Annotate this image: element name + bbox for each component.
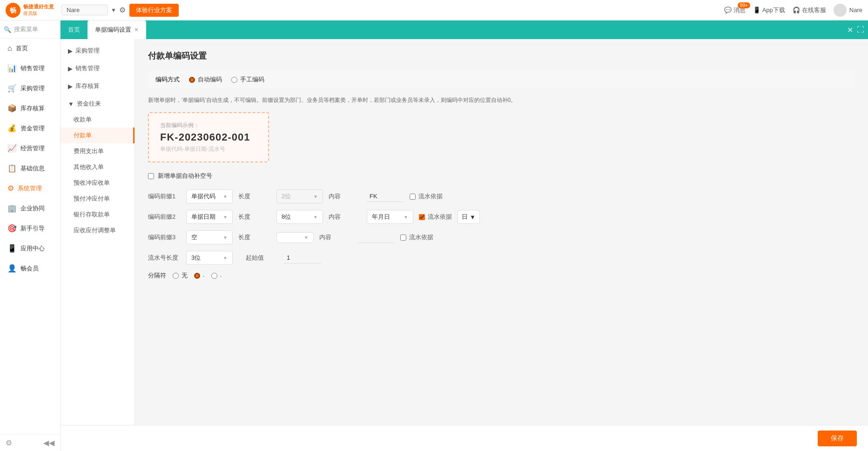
follow1-checkbox[interactable]	[410, 194, 416, 200]
serial-row: 流水号长度 3位 ▼ 起始值	[148, 251, 855, 265]
search-menu[interactable]: 🔍 搜索菜单	[0, 20, 60, 39]
sidebar-item-app[interactable]: 📱 应用中心	[0, 238, 60, 258]
preview-box: 当前编码示例： FK-20230602-001 单据代码-单据日期-流水号	[148, 112, 269, 162]
manual-encode-radio[interactable]	[231, 77, 237, 83]
follow3-checkbox[interactable]	[400, 235, 406, 241]
day-select[interactable]: 日 ▼	[458, 210, 480, 224]
app-icon: 📱	[7, 244, 17, 253]
sep-option-none[interactable]: 无	[173, 271, 188, 280]
sidebar-item-guide[interactable]: 🎯 新手引导	[0, 218, 60, 238]
serial-length-select[interactable]: 3位 ▼	[186, 251, 233, 265]
autofill-checkbox[interactable]	[148, 173, 154, 179]
sidebar-item-purchase[interactable]: 🛒 采购管理	[0, 78, 60, 98]
sidebar-item-inventory[interactable]: 📦 库存核算	[0, 98, 60, 118]
sub-nav-group-finance-title[interactable]: ▼ 资金往来	[61, 96, 135, 112]
follow1-label[interactable]: 流水依据	[410, 192, 443, 201]
page-inner: ▶ 采购管理 ▶ 销售管理 ▶ 库存核算	[61, 39, 868, 425]
dropdown-arrow-icon[interactable]: ▼	[111, 7, 116, 13]
close-tab-icon[interactable]: ✕	[134, 27, 139, 33]
follow2-label[interactable]: 流水依据	[419, 213, 452, 221]
collapse-sidebar-button[interactable]: ◀◀	[43, 438, 54, 447]
inventory-icon: 📦	[7, 104, 17, 113]
dropdown-icon: ▼	[223, 256, 228, 261]
sidebar-item-finance[interactable]: 💰 资金管理	[0, 118, 60, 138]
app-download-button[interactable]: 📱 App下载	[753, 6, 785, 14]
content2-select[interactable]: 年月日 ▼	[367, 210, 413, 224]
sub-nav-item-receipt[interactable]: 收款单	[61, 112, 135, 128]
message-icon: 💬	[724, 7, 732, 13]
content1-input[interactable]	[367, 191, 404, 202]
arrow-right-icon: ▶	[68, 47, 73, 54]
sub-nav-item-pre-receivable[interactable]: 预收冲应收单	[61, 175, 135, 191]
auto-encode-option[interactable]: 自动编码	[189, 75, 222, 84]
prefix1-select[interactable]: 单据代码 ▼	[186, 189, 233, 203]
group-label: 资金往来	[77, 100, 101, 108]
start-value-input[interactable]	[284, 252, 321, 263]
dropdown-icon: ▼	[223, 194, 228, 199]
sep-row: 分隔符 无 · ·	[148, 271, 855, 280]
sidebar-item-operation[interactable]: 📈 经营管理	[0, 138, 60, 158]
logo: 畅 畅捷通好生意 搭员版	[6, 3, 54, 18]
sub-nav-item-pre-payment[interactable]: 预付冲应付单	[61, 191, 135, 207]
prefix3-select[interactable]: 空 ▼	[186, 230, 233, 244]
follow2-checkbox[interactable]	[419, 214, 425, 220]
sidebar-item-corp[interactable]: 🏢 企业协同	[0, 198, 60, 218]
service-icon: 🎧	[793, 7, 800, 13]
save-button[interactable]: 保存	[818, 431, 857, 446]
settings-icon[interactable]: ⚙	[119, 6, 126, 14]
sub-nav-item-bank[interactable]: 银行存取款单	[61, 207, 135, 222]
follow3-label[interactable]: 流水依据	[400, 233, 433, 242]
sidebar-item-label: 系统管理	[18, 184, 42, 193]
sub-nav-item-adjust[interactable]: 应收应付调整单	[61, 222, 135, 238]
online-service-button[interactable]: 🎧 在线客服	[793, 6, 826, 14]
arrow-down-icon: ▼	[68, 101, 74, 108]
auto-encode-radio[interactable]	[189, 77, 195, 83]
config-row-3: 编码前缀3 空 ▼ 长度 ▼ 内容	[148, 230, 855, 244]
company-selector[interactable]: Nare	[61, 5, 108, 15]
tab-label: 单据编码设置	[95, 26, 131, 34]
encode-mode-label: 编码方式	[155, 75, 180, 84]
sub-nav-item-payment[interactable]: 付款单	[61, 128, 135, 143]
sub-nav-item-expense[interactable]: 费用支出单	[61, 143, 135, 159]
manual-encode-option[interactable]: 手工编码	[231, 75, 264, 84]
sep-dot-radio[interactable]	[194, 273, 200, 279]
sub-nav-group-inventory-title[interactable]: ▶ 库存核算	[61, 78, 135, 94]
sep-option-dot[interactable]: ·	[194, 272, 205, 279]
sub-nav-group-sales-title[interactable]: ▶ 销售管理	[61, 61, 135, 76]
prefix2-select[interactable]: 单据日期 ▼	[186, 210, 233, 224]
maximize-icon[interactable]: ⛶	[857, 26, 864, 34]
tab-home[interactable]: 首页	[61, 20, 87, 39]
sub-nav: ▶ 采购管理 ▶ 销售管理 ▶ 库存核算	[61, 39, 135, 425]
sidebar-item-home[interactable]: ⌂ 首页	[0, 39, 60, 58]
settings-panel: 付款单编码设置 编码方式 自动编码 手工编码	[135, 39, 868, 425]
sub-nav-group-purchase-title[interactable]: ▶ 采购管理	[61, 43, 135, 59]
user-info[interactable]: Nare	[834, 4, 862, 17]
sub-nav-group-finance: ▼ 资金往来 收款单 付款单 费用支出单 其他收入单 预收冲应收单 预付冲应付单…	[61, 96, 135, 238]
sidebar-item-label: 企业协同	[20, 204, 45, 213]
sep-dot2-label: ·	[220, 272, 222, 279]
day-value: 日	[462, 213, 468, 221]
sidebar-item-label: 采购管理	[20, 84, 45, 93]
sep-dot2-radio[interactable]	[211, 273, 217, 279]
message-button[interactable]: 💬 消息 99+	[724, 6, 746, 14]
sidebar-item-sales[interactable]: 📊 销售管理	[0, 58, 60, 78]
minimize-icon[interactable]: ✕	[847, 26, 853, 34]
serial-length-value: 3位	[191, 254, 201, 262]
sub-nav-item-other-income[interactable]: 其他收入单	[61, 159, 135, 175]
length3-select[interactable]: ▼	[276, 232, 314, 243]
content3-input[interactable]	[357, 232, 395, 243]
separator-label: 分隔符	[148, 271, 166, 280]
manual-encode-label: 手工编码	[240, 75, 264, 84]
settings-footer-icon[interactable]: ⚙	[6, 438, 12, 447]
length1-select[interactable]: 2位 ▼	[276, 189, 323, 203]
sidebar-item-system[interactable]: ⚙ 系统管理	[0, 178, 60, 198]
length2-select[interactable]: 8位 ▼	[276, 210, 323, 224]
sidebar-item-basic[interactable]: 📋 基础信息	[0, 158, 60, 178]
sidebar-item-member[interactable]: 👤 畅会员	[0, 258, 60, 278]
sep-none-radio[interactable]	[173, 273, 179, 279]
trial-button[interactable]: 体验行业方案	[129, 4, 179, 17]
prefix3-value: 空	[191, 233, 197, 242]
sep-option-dot2[interactable]: ·	[211, 272, 222, 279]
purchase-icon: 🛒	[7, 84, 17, 93]
tab-encoding[interactable]: 单据编码设置 ✕	[87, 20, 146, 39]
